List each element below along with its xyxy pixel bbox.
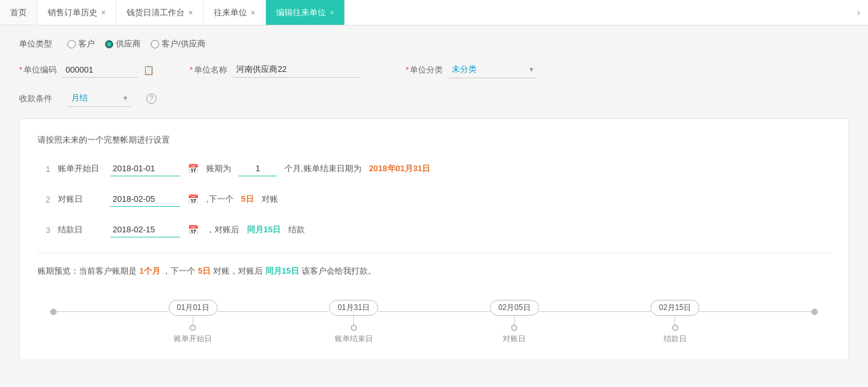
unit-name-input[interactable] <box>232 62 360 78</box>
line-4 <box>539 311 651 312</box>
preview-payment-day: 同月15日 <box>265 266 299 276</box>
row-text-2b: 对账 <box>262 194 278 205</box>
timeline-start-dot <box>50 309 57 315</box>
row-text-1: 账期为 <box>206 163 231 174</box>
copy-icon[interactable]: 📋 <box>143 65 154 75</box>
radio-both[interactable]: 客户/供应商 <box>151 38 206 50</box>
node-label-4: 结款日 <box>664 334 687 344</box>
preview-section: 账期预览：当前客户账期是 1个月 ，下一个 5日 对账，对账后 同月15日 该客… <box>38 253 830 344</box>
row-num-3: 3 <box>38 225 50 235</box>
account-start-date-input[interactable] <box>110 161 180 176</box>
unit-code-input[interactable] <box>62 62 138 78</box>
timeline-node-3: 02月05日 对账日 <box>490 300 539 344</box>
row-account-start: 1 账单开始日 📅 账期为 个月,账单结束日期为 2018年01月31日 <box>38 161 830 176</box>
radio-customer[interactable]: 客户 <box>67 38 95 50</box>
unit-name-label: *单位名称 <box>190 64 227 76</box>
tab-close-sales[interactable]: × <box>101 8 106 17</box>
calendar-icon-3[interactable]: 📅 <box>188 225 199 235</box>
payment-day-highlight: 同月15日 <box>247 224 281 236</box>
unit-category-select[interactable]: 未分类 ▾ <box>448 61 537 78</box>
row-text-3b: 结款 <box>288 224 305 236</box>
chevron-down-icon: ▾ <box>529 65 533 74</box>
row-text-1b: 个月,账单结束日期为 <box>284 163 361 174</box>
line-2 <box>218 311 330 312</box>
unit-type-row: 单位类型 客户 供应商 客户/供应商 <box>19 38 849 50</box>
tab-close-partner[interactable]: × <box>251 8 255 17</box>
payment-terms-row: 收款条件 月结 ▾ ? <box>19 90 849 107</box>
timeline-node-2: 01月31日 账单结束日 <box>329 300 378 344</box>
tab-partner-units[interactable]: 往来单位 × <box>204 0 266 25</box>
section-title: 请按照未来的一个完整帐期进行设置 <box>38 134 830 146</box>
preview-text: 账期预览：当前客户账期是 1个月 ，下一个 5日 对账，对账后 同月15日 该客… <box>38 265 830 278</box>
node-label-3: 对账日 <box>503 334 526 344</box>
node-label-1: 账单开始日 <box>174 334 212 344</box>
line-1 <box>57 311 169 312</box>
row-label-3: 结款日 <box>58 224 102 236</box>
tab-expand-button[interactable]: › <box>850 7 868 18</box>
preview-label: 账期预览：当前客户账期是 <box>38 266 137 276</box>
payment-terms-select[interactable]: 月结 ▾ <box>67 90 131 107</box>
tab-edit-partner-unit[interactable]: 编辑往来单位 × <box>266 0 345 25</box>
tab-close-cash[interactable]: × <box>188 8 193 17</box>
date-pill-3: 02月05日 <box>490 300 539 316</box>
payment-terms-label: 收款条件 <box>19 93 52 104</box>
radio-both-input[interactable] <box>151 40 159 48</box>
main-content: 单位类型 客户 供应商 客户/供应商 *单位编码 📋 <box>0 25 868 373</box>
unit-name-group: *单位名称 <box>190 62 360 78</box>
row-label-1: 账单开始日 <box>58 163 102 174</box>
preview-part2: ，下一个 <box>162 266 195 276</box>
period-input[interactable] <box>239 161 277 176</box>
date-pill-1: 01月01日 <box>169 300 218 316</box>
timeline-end-dot <box>811 309 818 315</box>
preview-part4: 该客户会给我打款。 <box>302 266 376 276</box>
dot-start <box>50 309 57 315</box>
reconciliation-day-highlight: 5日 <box>241 194 254 205</box>
radio-supplier[interactable]: 供应商 <box>105 38 141 50</box>
tab-close-edit-partner[interactable]: × <box>330 8 334 17</box>
calendar-icon-1[interactable]: 📅 <box>188 164 199 174</box>
date-pill-4: 02月15日 <box>650 300 699 316</box>
timeline-segment-2 <box>218 300 330 312</box>
timeline-segment-4 <box>539 300 651 312</box>
payment-date-input[interactable] <box>110 222 180 237</box>
unit-type-label: 单位类型 <box>19 38 52 50</box>
radio-customer-input[interactable] <box>67 40 76 48</box>
calendar-icon-2[interactable]: 📅 <box>188 194 199 204</box>
chevron-down-icon-2: ▾ <box>123 94 127 102</box>
unit-code-group: *单位编码 📋 <box>19 62 154 78</box>
timeline-segment-1 <box>57 300 169 312</box>
tab-cash-ledger[interactable]: 钱货日清工作台 × <box>116 0 204 25</box>
node-label-2: 账单结束日 <box>335 334 373 344</box>
tab-sales-order-history[interactable]: 销售订单历史 × <box>38 0 116 25</box>
unit-code-label: *单位编码 <box>19 64 57 76</box>
settings-card: 请按照未来的一个完整帐期进行设置 1 账单开始日 📅 账期为 个月,账单结束日期… <box>19 118 849 360</box>
unit-category-value: 未分类 <box>452 64 526 75</box>
end-date-highlight: 2018年01月31日 <box>369 163 431 174</box>
radio-supplier-input[interactable] <box>105 40 113 48</box>
tab-home[interactable]: 首页 <box>0 0 38 25</box>
line-end <box>699 311 811 312</box>
date-pill-2: 01月31日 <box>329 300 378 316</box>
row-text-3a: ，对账后 <box>206 224 239 236</box>
unit-info-row: *单位编码 📋 *单位名称 *单位分类 未分类 ▾ <box>19 61 849 78</box>
unit-type-radio-group: 客户 供应商 客户/供应商 <box>67 38 206 50</box>
unit-category-group: *单位分类 未分类 ▾ <box>405 61 537 78</box>
row-num-1: 1 <box>38 164 50 174</box>
unit-category-label: *单位分类 <box>405 64 443 76</box>
row-num-2: 2 <box>38 195 50 204</box>
row-payment: 3 结款日 📅 ，对账后 同月15日 结款 <box>38 222 830 237</box>
preview-months: 1个月 <box>139 266 160 276</box>
row-text-2a: ,下一个 <box>206 194 234 205</box>
line-3 <box>378 311 490 312</box>
timeline-node-1: 01月01日 账单开始日 <box>169 300 218 344</box>
payment-terms-value: 月结 <box>71 92 120 104</box>
reconciliation-date-input[interactable] <box>110 192 180 207</box>
timeline-segment-3 <box>378 300 490 312</box>
timeline: 01月01日 账单开始日 01月31日 账单结束日 <box>38 293 830 344</box>
help-icon[interactable]: ? <box>146 94 157 104</box>
dot-end <box>811 309 818 315</box>
preview-day: 5日 <box>198 266 211 276</box>
row-reconciliation: 2 对账日 📅 ,下一个 5日 对账 <box>38 192 830 207</box>
tab-bar: 首页 销售订单历史 × 钱货日清工作台 × 往来单位 × 编辑往来单位 × › <box>0 0 868 25</box>
preview-part3: 对账，对账后 <box>213 266 263 276</box>
